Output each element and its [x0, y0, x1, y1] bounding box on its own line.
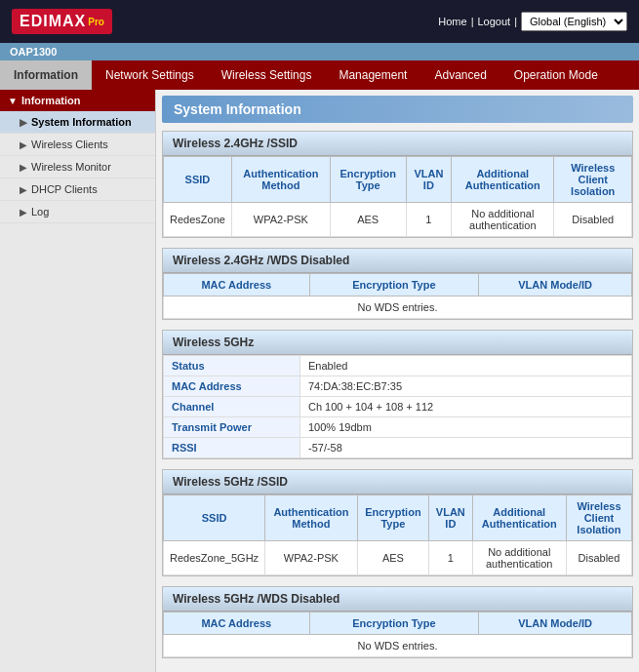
value-txpower: 100% 19dbm	[300, 417, 632, 438]
sidebar-label-system-information: System Information	[31, 116, 132, 128]
cell-ssid-24-0: RedesZone	[164, 203, 232, 237]
col-enc-5g: Encryption Type	[357, 495, 428, 541]
logo-edimax: EDIMAX	[20, 13, 86, 30]
col-isolation-5g: Wireless Client Isolation	[566, 495, 631, 541]
nav-operation-mode[interactable]: Operation Mode	[500, 60, 612, 90]
no-entries-wds24: No WDS entries.	[164, 296, 632, 319]
nav-network-settings[interactable]: Network Settings	[92, 60, 208, 90]
col-vlan-24: VLAN ID	[406, 157, 452, 203]
sidebar-item-system-information[interactable]: ▶ System Information	[0, 111, 155, 134]
section-header-wireless-5g: Wireless 5GHz	[163, 331, 632, 355]
value-mac: 74:DA:38:EC:B7:35	[300, 376, 632, 397]
nav-wireless-settings[interactable]: Wireless Settings	[208, 60, 326, 90]
detail-table-5g: Status Enabled MAC Address 74:DA:38:EC:B…	[163, 355, 632, 458]
cell-enc-24-0: AES	[330, 203, 406, 237]
sidebar-label-dhcp-clients: DHCP Clients	[31, 183, 98, 195]
no-entries-wds5g: No WDS entries.	[164, 635, 632, 657]
section-wireless-5g-wds: Wireless 5GHz /WDS Disabled MAC Address …	[162, 586, 633, 658]
table-row: No WDS entries.	[164, 296, 632, 319]
table-row: RedesZone WPA2-PSK AES 1 No additional a…	[164, 203, 632, 237]
ssid-table-5g: SSID Authentication Method Encryption Ty…	[163, 494, 632, 575]
table-row: Channel Ch 100 + 104 + 108 + 112	[164, 397, 632, 417]
col-additional-5g: Additional Authentication	[472, 495, 566, 541]
col-enc-wds24: Encryption Type	[309, 274, 479, 296]
logo-pro: Pro	[88, 17, 104, 27]
value-status: Enabled	[300, 356, 632, 376]
section-header-wireless-24-wds: Wireless 2.4GHz /WDS Disabled	[163, 249, 632, 273]
nav-advanced[interactable]: Advanced	[420, 60, 499, 90]
nav-bar: Information Network Settings Wireless Se…	[0, 60, 639, 90]
sidebar-label-log: Log	[31, 206, 49, 217]
main-layout: ▼ Information ▶ System Information ▶ Wir…	[0, 90, 639, 672]
home-link[interactable]: Home	[438, 16, 466, 27]
table-row: No WDS entries.	[164, 635, 632, 657]
arrow-icon-3: ▶	[20, 162, 27, 173]
table-row: MAC Address 74:DA:38:EC:B7:35	[164, 376, 632, 397]
label-txpower: Transmit Power	[164, 417, 300, 438]
nav-information[interactable]: Information	[0, 60, 92, 90]
value-channel: Ch 100 + 104 + 108 + 112	[300, 397, 632, 417]
device-name-bar: OAP1300	[0, 43, 639, 60]
col-mac-wds24: MAC Address	[164, 274, 310, 296]
cell-auth-24-0: WPA2-PSK	[231, 203, 330, 237]
section-title-wireless-24-wds: Wireless 2.4GHz /WDS Disabled	[173, 254, 349, 267]
section-wireless-24-wds: Wireless 2.4GHz /WDS Disabled MAC Addres…	[162, 248, 633, 320]
label-status: Status	[164, 356, 300, 376]
section-title-wireless-24-ssid: Wireless 2.4GHz /SSID	[173, 137, 298, 150]
col-mac-wds5g: MAC Address	[164, 613, 310, 635]
cell-additional-5g-0: No additional authentication	[472, 541, 566, 575]
label-channel: Channel	[164, 397, 300, 417]
col-enc-24: Encryption Type	[330, 157, 406, 203]
col-enc-wds5g: Encryption Type	[309, 613, 479, 635]
section-title-wireless-5g-ssid: Wireless 5GHz /SSID	[173, 475, 288, 489]
separator2: |	[514, 16, 517, 27]
col-isolation-24: Wireless Client Isolation	[554, 157, 632, 203]
arrow-icon-2: ▶	[20, 139, 27, 150]
sidebar-item-dhcp-clients[interactable]: ▶ DHCP Clients	[0, 178, 155, 201]
sidebar-group-label: Information	[21, 95, 81, 106]
table-row: Status Enabled	[164, 356, 632, 376]
header: EDIMAX Pro Home | Logout | Global (Engli…	[0, 0, 639, 43]
chevron-down-icon: ▼	[8, 96, 18, 106]
arrow-icon: ▶	[20, 117, 27, 128]
arrow-icon-5: ▶	[20, 207, 27, 217]
label-rssi: RSSI	[164, 438, 300, 458]
section-wireless-5g-ssid: Wireless 5GHz /SSID SSID Authentication …	[162, 469, 633, 576]
col-ssid-5g: SSID	[164, 495, 265, 541]
logo-box: EDIMAX Pro	[12, 9, 112, 34]
section-header-wireless-5g-wds: Wireless 5GHz /WDS Disabled	[163, 587, 632, 612]
col-additional-24: Additional Authentication	[452, 157, 554, 203]
section-title-wireless-5g: Wireless 5GHz	[173, 336, 254, 349]
table-row: RSSI -57/-58	[164, 438, 632, 458]
col-vlanmode-wds5g: VLAN Mode/ID	[479, 613, 632, 635]
cell-isolation-24-0: Disabled	[554, 203, 632, 237]
sidebar-item-wireless-clients[interactable]: ▶ Wireless Clients	[0, 134, 155, 156]
logout-link[interactable]: Logout	[477, 16, 510, 27]
sidebar-label-wireless-clients: Wireless Clients	[31, 138, 108, 150]
sidebar-item-log[interactable]: ▶ Log	[0, 201, 155, 223]
header-right: Home | Logout | Global (English)	[438, 12, 627, 31]
cell-isolation-5g-0: Disabled	[566, 541, 631, 575]
col-ssid-24: SSID	[164, 157, 232, 203]
device-name: OAP1300	[10, 46, 57, 58]
cell-auth-5g-0: WPA2-PSK	[265, 541, 358, 575]
table-row: Transmit Power 100% 19dbm	[164, 417, 632, 438]
section-wireless-24-ssid: Wireless 2.4GHz /SSID SSID Authenticatio…	[162, 131, 633, 238]
logo-area: EDIMAX Pro	[12, 9, 112, 34]
ssid-table-24: SSID Authentication Method Encryption Ty…	[163, 156, 632, 237]
nav-management[interactable]: Management	[325, 60, 420, 90]
language-select[interactable]: Global (English)	[521, 12, 627, 31]
sidebar-item-wireless-monitor[interactable]: ▶ Wireless Monitor	[0, 156, 155, 178]
col-vlanmode-wds24: VLAN Mode/ID	[479, 274, 632, 296]
col-auth-24: Authentication Method	[231, 157, 330, 203]
wds-table-5g: MAC Address Encryption Type VLAN Mode/ID…	[163, 612, 632, 657]
cell-enc-5g-0: AES	[357, 541, 428, 575]
separator1: |	[471, 16, 474, 27]
cell-additional-24-0: No additional authentication	[452, 203, 554, 237]
col-auth-5g: Authentication Method	[265, 495, 358, 541]
section-header-wireless-24-ssid: Wireless 2.4GHz /SSID	[163, 132, 632, 156]
section-wireless-5g: Wireless 5GHz Status Enabled MAC Address…	[162, 330, 633, 459]
cell-vlan-24-0: 1	[406, 203, 452, 237]
section-title-wireless-5g-wds: Wireless 5GHz /WDS Disabled	[173, 592, 339, 606]
sidebar-group-information: ▼ Information	[0, 90, 155, 111]
